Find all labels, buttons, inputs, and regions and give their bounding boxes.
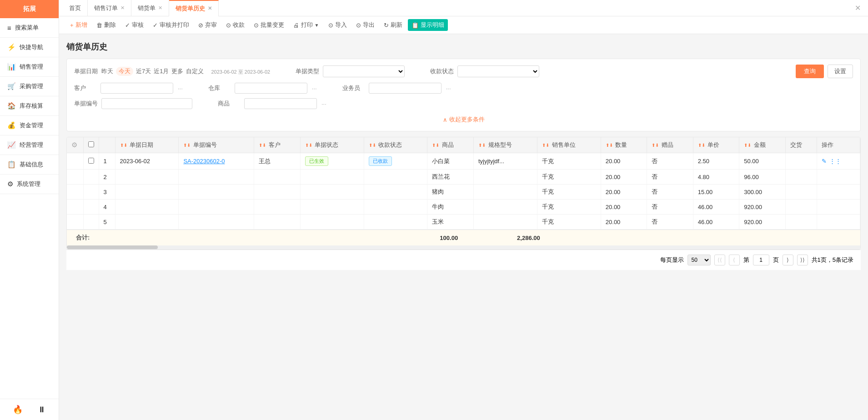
doc-type-select[interactable] [323,65,405,77]
td-operation[interactable] [817,185,860,200]
td-doc-number[interactable]: SA-20230602-0 [179,153,254,170]
th-unit[interactable]: ⬆⬇ 销售单位 [537,137,601,153]
warehouse-dots[interactable]: ··· [312,85,317,92]
sidebar-item-sys-mgmt[interactable]: ⚙ 系统管理 [0,175,59,194]
th-customer[interactable]: ⬆⬇ 客户 [254,137,300,153]
salesperson-input[interactable] [369,83,442,94]
th-unit-price[interactable]: ⬆⬇ 单价 [693,137,739,153]
select-all-checkbox[interactable] [88,141,94,147]
print-button[interactable]: 🖨 打印 ▼ [290,19,323,31]
sidebar-item-finance[interactable]: 💰 资金管理 [0,116,59,135]
salesperson-dots[interactable]: ··· [446,85,451,92]
show-detail-button[interactable]: 📋 显示明细 [408,19,448,31]
tab-sales-history-close[interactable]: ✕ [208,5,212,11]
discard-button[interactable]: ⊘ 弃审 [195,19,221,31]
td-doc-number[interactable] [179,170,254,185]
scroll-thumb[interactable] [67,245,158,249]
export-button[interactable]: ⊙ 导出 [352,19,378,31]
sidebar-item-sales-mgmt[interactable]: 📊 销售管理 [0,57,59,77]
tab-sales-goods[interactable]: 销货单 ✕ [131,0,169,16]
th-collect-status[interactable]: ⬆⬇ 收款状态 [364,137,427,153]
td-checkbox[interactable] [83,185,99,200]
tab-sales-goods-close[interactable]: ✕ [158,5,162,11]
td-checkbox[interactable] [83,200,99,215]
td-checkbox[interactable] [83,153,99,170]
sidebar-pause-icon[interactable]: ⏸ [38,405,46,415]
goods-input[interactable] [244,98,317,109]
new-button[interactable]: + 新增 [66,19,91,31]
refresh-button[interactable]: ↻ 刷新 [380,19,406,31]
td-operation[interactable] [817,170,860,185]
next-page-button[interactable]: ⟩ [783,255,793,265]
batch-change-button[interactable]: ⊙ 批量变更 [250,19,288,31]
th-doc-number[interactable]: ⬆⬇ 单据编号 [179,137,254,153]
td-operation[interactable]: ✎⋮⋮ [817,153,860,170]
date-custom[interactable]: 自定义 [186,67,204,75]
date-yesterday[interactable]: 昨天 [101,67,113,75]
date-label: 单据日期 [74,67,98,75]
td-checkbox[interactable] [83,170,99,185]
td-operation[interactable] [817,215,860,230]
first-page-button[interactable]: ⟨⟨ [714,255,725,265]
doc-number-link[interactable]: SA-20230602-0 [183,158,225,165]
page-number-input[interactable] [753,255,769,265]
settings-gear-icon[interactable]: ⚙ [71,141,77,149]
tab-sales-order-close[interactable]: ✕ [120,5,125,11]
td-spec [473,185,537,200]
tab-home[interactable]: 首页 [63,0,88,16]
sidebar-item-inventory[interactable]: 🏠 库存核算 [0,96,59,116]
setting-button[interactable]: 设置 [828,65,853,78]
date-more[interactable]: 更多 [171,67,183,75]
td-doc-number[interactable] [179,200,254,215]
td-gift: 否 [647,185,693,200]
row-checkbox[interactable] [88,158,94,164]
warehouse-input[interactable] [235,83,307,94]
collect-button[interactable]: ⊙ 收款 [222,19,248,31]
th-amount[interactable]: ⬆⬇ 金额 [739,137,785,153]
table-footer: 合计: 100.00 2,286.00 [67,230,860,245]
delete-button[interactable]: 🗑 删除 [93,19,120,31]
more-icon[interactable]: ⋮⋮ [829,158,841,165]
tab-sales-history[interactable]: 销货单历史 ✕ [169,0,219,16]
import-button[interactable]: ⊙ 导入 [325,19,351,31]
td-checkbox[interactable] [83,215,99,230]
date-7days[interactable]: 近7天 [136,67,151,75]
collect-status-select[interactable] [457,65,539,77]
sidebar-item-quick-nav[interactable]: ⚡ 快捷导航 [0,38,59,57]
th-goods[interactable]: ⬆⬇ 商品 [427,137,473,153]
customer-dots[interactable]: ··· [178,85,183,92]
query-button[interactable]: 查询 [796,65,824,78]
prev-page-button[interactable]: ⟨ [729,255,740,265]
td-doc-number[interactable] [179,215,254,230]
audit-button[interactable]: ✓ 审核 [121,19,147,31]
customer-input[interactable] [100,83,173,94]
th-gift[interactable]: ⬆⬇ 赠品 [647,137,693,153]
th-doc-status[interactable]: ⬆⬇ 单据状态 [300,137,364,153]
sidebar-item-operations[interactable]: 📈 经营管理 [0,135,59,155]
sidebar-item-search-menu[interactable]: ≡ 搜索菜单 [0,18,59,38]
close-all-tabs[interactable]: ✕ [851,4,864,12]
tab-sales-order[interactable]: 销售订单 ✕ [88,0,131,16]
audit-print-button[interactable]: ✓ 审核并打印 [149,19,193,31]
date-today[interactable]: 今天 [116,67,133,76]
date-1month[interactable]: 近1月 [154,67,169,75]
sidebar-item-base-info[interactable]: 📋 基础信息 [0,155,59,175]
th-checkbox[interactable] [83,137,99,153]
collapse-button[interactable]: ∧ 收起更多条件 [74,114,853,125]
td-doc-status [300,215,364,230]
inventory-icon: 🏠 [7,102,16,110]
sidebar-fire-icon[interactable]: 🔥 [13,405,23,415]
th-qty[interactable]: ⬆⬇ 数量 [601,137,647,153]
goods-dots[interactable]: ··· [321,100,326,107]
last-page-button[interactable]: ⟩⟩ [797,255,808,265]
doc-number-input[interactable] [101,98,192,109]
th-settings[interactable]: ⚙ [67,137,83,153]
th-spec[interactable]: ⬆⬇ 规格型号 [473,137,537,153]
td-operation[interactable] [817,200,860,215]
edit-icon[interactable]: ✎ [822,158,827,165]
per-page-select[interactable]: 50 10 20 100 [687,255,711,265]
scroll-indicator[interactable] [67,245,860,249]
sidebar-item-purchase-mgmt[interactable]: 🛒 采购管理 [0,77,59,96]
td-doc-number[interactable] [179,185,254,200]
th-doc-date[interactable]: ⬆⬇ 单据日期 [115,137,179,153]
